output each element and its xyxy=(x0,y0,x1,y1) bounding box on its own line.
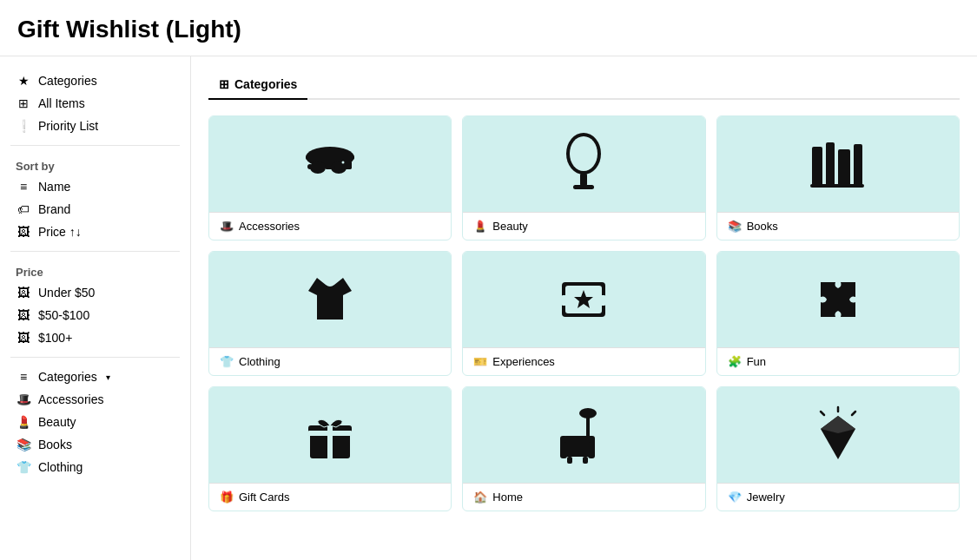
sidebar-item-all-items[interactable]: ⊞ All Items xyxy=(10,93,180,114)
category-image-experiences xyxy=(463,252,704,347)
accessories-card-icon: 🎩 xyxy=(220,220,234,233)
category-label-experiences: 🎫 Experiences xyxy=(463,347,704,375)
svg-point-10 xyxy=(570,136,597,171)
grid-icon: ⊞ xyxy=(16,96,31,110)
tab-bar: ⊞ Categories xyxy=(208,70,960,100)
sort-by-label: Sort by xyxy=(10,155,180,176)
svg-point-5 xyxy=(307,164,313,169)
svg-point-8 xyxy=(342,161,345,164)
accessories-label: Accessories xyxy=(38,392,103,406)
star-icon: ★ xyxy=(16,74,31,88)
svg-rect-35 xyxy=(583,457,588,464)
sidebar-item-priority-list[interactable]: ❕ Priority List xyxy=(10,115,180,136)
main-content: ⊞ Categories xyxy=(191,56,977,560)
svg-rect-13 xyxy=(812,147,822,186)
accessories-icon: 🎩 xyxy=(16,392,31,406)
page-title: Gift Wishlist (Light) xyxy=(0,0,977,56)
sort-brand-label: Brand xyxy=(38,202,70,216)
svg-rect-12 xyxy=(573,185,594,189)
clothing-card-icon: 👕 xyxy=(220,355,234,368)
beauty-icon: 💄 xyxy=(16,415,31,429)
svg-line-40 xyxy=(821,412,824,415)
tag-icon: 🏷 xyxy=(16,202,31,216)
svg-rect-22 xyxy=(600,295,605,306)
price-icon: 🖼 xyxy=(16,225,31,239)
fun-card-icon: 🧩 xyxy=(728,355,742,368)
books-label: Books xyxy=(38,438,72,451)
category-label-jewelry: 💎 Jewelry xyxy=(717,483,959,511)
books-card-icon: 📚 xyxy=(728,220,742,233)
gift-cards-card-icon: 🎁 xyxy=(220,491,234,504)
sidebar-item-sort-price[interactable]: 🖼 Price ↑↓ xyxy=(10,221,180,242)
svg-rect-15 xyxy=(838,149,850,186)
home-card-icon: 🏠 xyxy=(473,491,487,504)
svg-line-39 xyxy=(852,412,855,415)
category-card-clothing[interactable]: 👕 Clothing xyxy=(208,251,452,376)
category-label-clothing: 👕 Clothing xyxy=(209,347,451,375)
category-image-accessories xyxy=(209,116,451,212)
50-100-label: $50-$100 xyxy=(38,308,89,322)
sidebar-item-100plus[interactable]: 🖼 $100+ xyxy=(10,327,180,348)
under50-label: Under $50 xyxy=(38,286,95,300)
tab-categories-icon: ⊞ xyxy=(219,77,229,91)
category-grid: 🎩 Accessories 💄 Beauty xyxy=(208,115,960,511)
clothing-label: Clothing xyxy=(38,460,83,474)
category-image-fun xyxy=(717,252,959,347)
categories-label: Categories xyxy=(38,74,97,88)
list-icon: ≡ xyxy=(16,180,31,194)
sidebar-item-sort-brand[interactable]: 🏷 Brand xyxy=(10,199,180,220)
sidebar-item-beauty[interactable]: 💄 Beauty xyxy=(10,412,180,432)
category-label-beauty: 💄 Beauty xyxy=(463,212,704,240)
clothing-icon: 👕 xyxy=(16,460,31,474)
sidebar-item-clothing[interactable]: 👕 Clothing xyxy=(10,457,180,478)
experiences-card-icon: 🎫 xyxy=(473,355,487,368)
category-label-home: 🏠 Home xyxy=(463,483,704,511)
category-card-beauty[interactable]: 💄 Beauty xyxy=(462,115,705,240)
svg-rect-17 xyxy=(810,184,864,188)
exclamation-icon: ❕ xyxy=(16,119,31,133)
priority-list-label: Priority List xyxy=(38,119,98,133)
jewelry-card-icon: 💎 xyxy=(728,491,742,504)
divider-3 xyxy=(10,357,180,358)
category-image-home xyxy=(463,387,704,483)
category-image-clothing xyxy=(209,252,451,347)
chevron-down-icon: ▾ xyxy=(106,372,110,382)
svg-point-28 xyxy=(579,408,597,418)
sidebar: ★ Categories ⊞ All Items ❕ Priority List… xyxy=(0,56,191,560)
beauty-card-icon: 💄 xyxy=(473,220,487,233)
category-label-accessories: 🎩 Accessories xyxy=(209,212,451,240)
price-range-icon-1: 🖼 xyxy=(16,286,31,300)
svg-rect-21 xyxy=(562,295,567,306)
sidebar-item-books[interactable]: 📚 Books xyxy=(10,434,180,455)
category-card-experiences[interactable]: 🎫 Experiences xyxy=(462,251,705,376)
sidebar-item-categories[interactable]: ★ Categories xyxy=(10,70,180,91)
list-icon-2: ≡ xyxy=(16,370,31,384)
category-image-beauty xyxy=(463,116,704,212)
sidebar-item-under50[interactable]: 🖼 Under $50 xyxy=(10,282,180,303)
svg-rect-4 xyxy=(325,166,335,169)
svg-rect-16 xyxy=(854,144,862,186)
sort-name-label: Name xyxy=(38,180,70,194)
beauty-label: Beauty xyxy=(38,415,76,429)
category-card-books[interactable]: 📚 Books xyxy=(716,115,960,240)
sidebar-item-50-100[interactable]: 🖼 $50-$100 xyxy=(10,305,180,326)
tab-categories[interactable]: ⊞ Categories xyxy=(208,70,307,100)
sidebar-section-categories[interactable]: ≡ Categories ▾ xyxy=(10,366,180,387)
sort-price-label: Price ↑↓ xyxy=(38,225,82,239)
svg-rect-11 xyxy=(580,173,587,187)
price-label: Price xyxy=(10,260,180,282)
category-card-fun[interactable]: 🧩 Fun xyxy=(716,251,960,376)
sidebar-item-accessories[interactable]: 🎩 Accessories xyxy=(10,389,180,410)
category-image-books xyxy=(717,116,959,212)
category-card-jewelry[interactable]: 💎 Jewelry xyxy=(716,386,960,511)
svg-rect-26 xyxy=(308,431,352,436)
category-card-gift-cards[interactable]: 🎁 Gift Cards xyxy=(208,386,452,511)
svg-rect-33 xyxy=(564,436,591,443)
category-card-accessories[interactable]: 🎩 Accessories xyxy=(208,115,452,240)
category-card-home[interactable]: 🏠 Home xyxy=(462,386,705,511)
sidebar-item-sort-name[interactable]: ≡ Name xyxy=(10,176,180,197)
category-image-jewelry xyxy=(717,387,959,483)
svg-rect-1 xyxy=(306,155,354,160)
category-image-gift-cards xyxy=(209,387,451,483)
category-label-gift-cards: 🎁 Gift Cards xyxy=(209,483,451,511)
